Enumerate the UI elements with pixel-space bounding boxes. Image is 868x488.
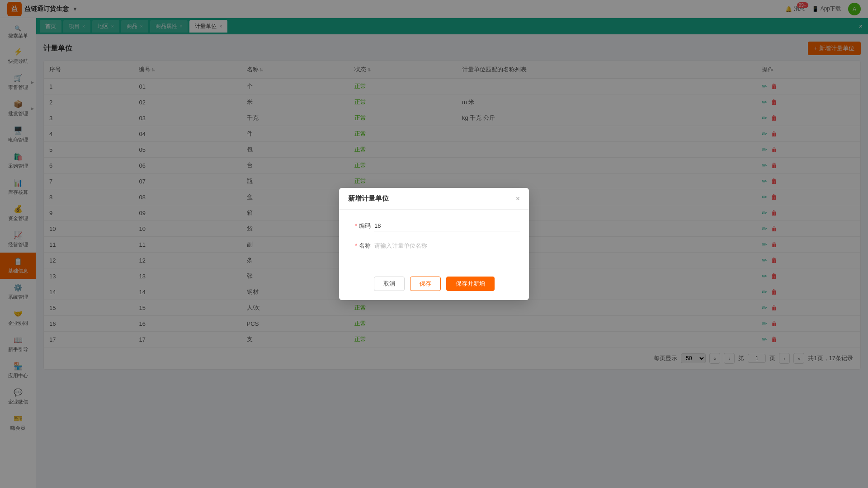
modal-body: 编码 名称 — [339, 210, 529, 271]
name-label: 名称 — [348, 242, 371, 250]
save-new-button[interactable]: 保存并新增 — [446, 277, 495, 291]
modal-header: 新增计量单位 × — [339, 188, 529, 210]
save-button[interactable]: 保存 — [410, 277, 441, 291]
modal-overlay[interactable]: 新增计量单位 × 编码 名称 取消 保存 保存并新增 — [0, 0, 868, 488]
code-form-row: 编码 — [348, 221, 520, 231]
cancel-button[interactable]: 取消 — [374, 277, 405, 291]
name-form-row: 名称 — [348, 240, 520, 251]
modal-close-button[interactable]: × — [516, 195, 520, 203]
code-label: 编码 — [348, 222, 371, 230]
add-unit-modal: 新增计量单位 × 编码 名称 取消 保存 保存并新增 — [339, 188, 529, 300]
code-input[interactable] — [374, 221, 520, 231]
modal-footer: 取消 保存 保存并新增 — [339, 271, 529, 300]
name-input[interactable] — [374, 240, 520, 251]
modal-title: 新增计量单位 — [348, 194, 389, 203]
